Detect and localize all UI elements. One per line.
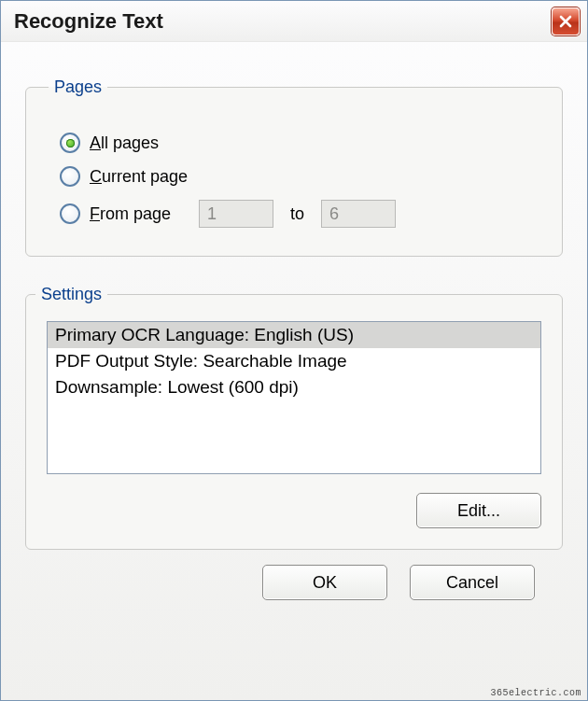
window-title: Recognize Text — [14, 9, 163, 34]
radio-label-range: From page — [90, 204, 171, 224]
page-range: to — [199, 200, 396, 228]
radio-all-pages[interactable]: All pages — [60, 133, 541, 153]
edit-button[interactable]: Edit... — [416, 493, 541, 528]
titlebar: Recognize Text — [1, 1, 587, 42]
settings-listbox[interactable]: Primary OCR Language: English (US) PDF O… — [47, 321, 541, 474]
dialog-buttons: OK Cancel — [25, 550, 563, 606]
settings-group: Settings Primary OCR Language: English (… — [25, 285, 563, 550]
close-button[interactable] — [552, 7, 580, 35]
radio-icon — [60, 166, 80, 187]
list-item[interactable]: Primary OCR Language: English (US) — [48, 322, 540, 348]
pages-group: Pages All pages Current page From page t… — [25, 77, 563, 257]
list-item[interactable]: Downsample: Lowest (600 dpi) — [48, 374, 540, 400]
cancel-button[interactable]: Cancel — [410, 565, 535, 600]
radio-from-page[interactable]: From page to — [60, 200, 541, 228]
radio-icon — [60, 203, 80, 224]
radio-icon — [60, 133, 80, 153]
close-icon — [559, 15, 572, 28]
dialog-body: Pages All pages Current page From page t… — [1, 42, 587, 700]
list-item[interactable]: PDF Output Style: Searchable Image — [48, 348, 540, 374]
from-page-input — [199, 200, 273, 228]
watermark: 365electric.com — [490, 688, 581, 698]
to-label: to — [290, 204, 304, 224]
radio-label-all: All pages — [90, 133, 159, 153]
radio-label-current: Current page — [90, 167, 188, 187]
radio-current-page[interactable]: Current page — [60, 166, 541, 187]
ok-button[interactable]: OK — [262, 565, 387, 600]
edit-row: Edit... — [47, 493, 541, 528]
dialog-window: Recognize Text Pages All pages Current p… — [0, 0, 588, 701]
pages-legend: Pages — [49, 77, 107, 97]
to-page-input — [321, 200, 396, 228]
settings-legend: Settings — [35, 285, 107, 304]
